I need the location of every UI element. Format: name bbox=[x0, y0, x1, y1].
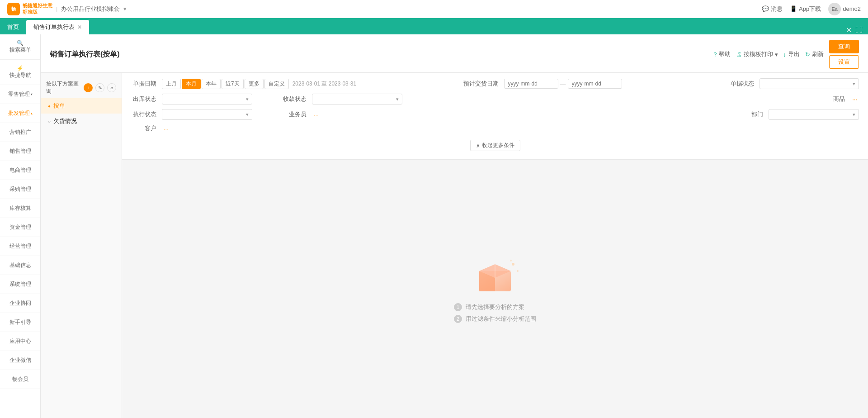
refresh-btn[interactable]: ↻ 刷新 bbox=[805, 50, 824, 58]
sidebar-item-purchase[interactable]: 采购管理 bbox=[0, 180, 40, 199]
message-btn[interactable]: 💬 消息 bbox=[762, 5, 783, 13]
user-profile[interactable]: Ea demo2 bbox=[828, 3, 861, 15]
date-btn-curr-year[interactable]: 本年 bbox=[202, 79, 221, 89]
sidebar-item-sales[interactable]: 销售管理 bbox=[0, 142, 40, 161]
collapse-btn[interactable]: ∧ 收起更多条件 bbox=[470, 140, 520, 151]
basic-label: 基础信息 bbox=[9, 262, 31, 268]
appstore-label: 应用中心 bbox=[9, 338, 31, 344]
tabbar-actions: ✕ ⛶ bbox=[840, 26, 868, 34]
sidebar-item-ecommerce[interactable]: 电商管理 bbox=[0, 161, 40, 180]
logo-icon: 畅 bbox=[7, 3, 20, 15]
payment-status-select[interactable] bbox=[312, 94, 402, 104]
app-download-btn[interactable]: 📱 App下载 bbox=[790, 5, 821, 13]
print-btn[interactable]: 🖨 按模板打印 ▾ bbox=[736, 50, 778, 58]
date-btn-last-7-days[interactable]: 近7天 bbox=[222, 79, 244, 89]
sidebar-item-newbie[interactable]: 新手引导 bbox=[0, 313, 40, 332]
svg-point-3 bbox=[517, 270, 519, 272]
predicted-delivery-start[interactable] bbox=[504, 79, 558, 89]
filter-panel: 单据日期 上月 本月 本年 近7天 更多 自定义 2023-03-01 至 20… bbox=[122, 73, 868, 160]
sidebar-item-appstore[interactable]: 应用中心 bbox=[0, 332, 40, 351]
edit-scheme-btn[interactable]: ✎ bbox=[95, 83, 104, 92]
sidebar-quick-nav[interactable]: ⚡ 快捷导航 bbox=[0, 60, 40, 85]
date-label: 单据日期 bbox=[131, 80, 156, 88]
sidebar-item-retail[interactable]: 零售管理 ▾ bbox=[0, 85, 40, 104]
collapse-panel-btn[interactable]: « bbox=[107, 83, 116, 92]
topbar: 畅 畅捷通好生意 标准版 | 办公用品行业模拟账套 ▾ 💬 消息 📱 App下载… bbox=[0, 0, 868, 18]
collapse-icon: ∧ bbox=[476, 142, 480, 149]
print-icon: 🖨 bbox=[736, 51, 742, 58]
content: 销售订单执行表(按单) ? 帮助 🖨 按模板打印 ▾ ↓ 导出 ↻ 刷新 bbox=[41, 34, 868, 418]
department-select[interactable] bbox=[769, 109, 859, 120]
filter-row-2: 出库状态 收款状态 bbox=[131, 94, 859, 104]
sidebar-item-marketing[interactable]: 营销推广 bbox=[0, 123, 40, 142]
sidebar-item-inventory[interactable]: 库存核算 bbox=[0, 199, 40, 218]
left-panel-title: 按以下方案查询 bbox=[46, 80, 84, 95]
logo-text: 畅 bbox=[11, 6, 16, 12]
help-btn[interactable]: ? 帮助 bbox=[713, 50, 730, 58]
debt-label: 欠货情况 bbox=[53, 117, 77, 125]
filter-row-1: 单据日期 上月 本月 本年 近7天 更多 自定义 2023-03-01 至 20… bbox=[131, 78, 859, 89]
sidebar-item-finance[interactable]: 资金管理 bbox=[0, 218, 40, 237]
predicted-delivery-label: 预计交货日期 bbox=[463, 80, 499, 88]
sidebar-item-enterprise[interactable]: 企业协同 bbox=[0, 294, 40, 313]
step-1-num: 1 bbox=[454, 303, 462, 311]
empty-step-1: 1 请先选择要分析的方案 bbox=[454, 303, 536, 311]
tabbar: 首页 销售订单执行表 ✕ ✕ ⛶ bbox=[0, 18, 868, 34]
retail-label: 零售管理 bbox=[8, 90, 30, 98]
topbar-right: 💬 消息 📱 App下载 Ea demo2 bbox=[762, 3, 861, 15]
status-select[interactable] bbox=[760, 78, 859, 89]
tab-maximize-icon[interactable]: ⛶ bbox=[855, 26, 863, 34]
predicted-delivery-control: — bbox=[504, 79, 622, 89]
tab-sales-order[interactable]: 销售订单执行表 ✕ bbox=[26, 20, 89, 34]
exec-status-wrapper bbox=[162, 109, 252, 120]
date-btn-curr-month[interactable]: 本月 bbox=[182, 79, 201, 89]
app-download-icon: 📱 bbox=[790, 5, 797, 12]
sidebar-item-basic[interactable]: 基础信息 bbox=[0, 256, 40, 275]
scheme-debt[interactable]: ○ 欠货情况 bbox=[41, 114, 122, 129]
print-dropdown-icon: ▾ bbox=[775, 51, 778, 58]
search-icon: 🔍 bbox=[17, 40, 24, 46]
sidebar-item-system[interactable]: 系统管理 bbox=[0, 275, 40, 294]
predicted-delivery-end[interactable] bbox=[568, 79, 622, 89]
query-button[interactable]: 查询 bbox=[829, 40, 859, 53]
sidebar-item-wholesale[interactable]: 批发管理 ▴ bbox=[0, 104, 40, 123]
date-options: 上月 本月 本年 近7天 更多 自定义 bbox=[162, 79, 289, 89]
system-label: 系统管理 bbox=[9, 281, 31, 287]
department-label: 部门 bbox=[738, 110, 763, 119]
tab-close-icon[interactable]: ✕ bbox=[77, 24, 82, 30]
filter-row-3: 执行状态 业务员 ··· 部门 bbox=[131, 109, 859, 120]
sidebar-item-wechat[interactable]: 企业微信 bbox=[0, 351, 40, 370]
ecommerce-label: 电商管理 bbox=[9, 167, 31, 173]
customer-label: 客户 bbox=[131, 124, 156, 133]
export-btn[interactable]: ↓ 导出 bbox=[783, 50, 800, 58]
wholesale-expand: 批发管理 ▴ bbox=[0, 109, 40, 117]
scheme-follow[interactable]: ● 按单 bbox=[41, 98, 122, 114]
username-label: demo2 bbox=[843, 5, 861, 12]
tab-home[interactable]: 首页 bbox=[0, 20, 26, 34]
date-btn-more[interactable]: 更多 bbox=[245, 79, 264, 89]
department-wrapper bbox=[769, 109, 859, 120]
sidebar-item-operations[interactable]: 经营管理 bbox=[0, 237, 40, 256]
customer-picker-btn[interactable]: ··· bbox=[162, 125, 170, 132]
exec-status-select[interactable] bbox=[162, 109, 252, 120]
newbie-label: 新手引导 bbox=[9, 319, 31, 325]
tab-close-window-icon[interactable]: ✕ bbox=[846, 26, 852, 34]
logo: 畅 畅捷通好生意 标准版 bbox=[7, 3, 52, 15]
settings-button[interactable]: 设置 bbox=[829, 55, 859, 69]
salesperson-picker-btn[interactable]: ··· bbox=[312, 111, 321, 118]
date-btn-prev-month[interactable]: 上月 bbox=[162, 79, 181, 89]
date-btn-custom[interactable]: 自定义 bbox=[264, 79, 289, 89]
avatar: Ea bbox=[828, 3, 841, 15]
quick-nav-icon: ⚡ bbox=[17, 65, 24, 71]
sidebar-search[interactable]: 🔍 搜索菜单 bbox=[0, 34, 40, 60]
svg-point-2 bbox=[512, 263, 514, 266]
breadcrumb-dropdown-icon[interactable]: ▾ bbox=[123, 5, 127, 12]
delivery-status-select[interactable] bbox=[162, 94, 252, 104]
empty-step-2: 2 用过滤条件来缩小分析范围 bbox=[454, 315, 536, 323]
sidebar-item-member[interactable]: 畅会员 bbox=[0, 370, 40, 389]
add-scheme-btn[interactable]: + bbox=[84, 83, 93, 92]
retail-expand-icon: ▾ bbox=[31, 92, 33, 96]
payment-status-label: 收款状态 bbox=[281, 95, 307, 103]
sales-label: 销售管理 bbox=[9, 148, 31, 154]
product-picker-btn[interactable]: ··· bbox=[850, 96, 859, 103]
